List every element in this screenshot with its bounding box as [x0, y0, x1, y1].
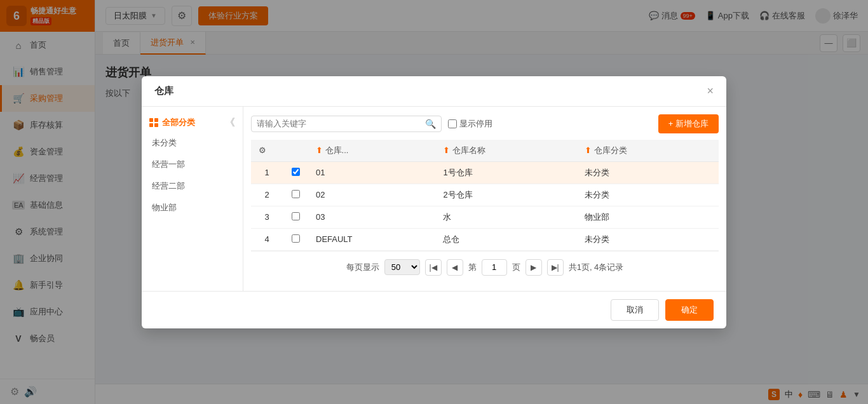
page-number-input[interactable]	[482, 259, 507, 276]
row-index: 3	[264, 212, 269, 222]
modal-body: 全部分类 《 未分类 经营一部 经营二部 物业部	[142, 107, 726, 291]
warehouse-table: ⚙ ⬆ 仓库... ⬆ 仓库名称 ⬆	[251, 140, 719, 251]
row-checkbox[interactable]	[292, 212, 300, 220]
pagination: 每页显示 50 100 200 |◀ ◀ 第 页 ▶ ▶| 共1页, 4条记录	[251, 251, 719, 283]
modal-close-button[interactable]: ×	[707, 85, 714, 97]
row-checkbox[interactable]	[292, 234, 300, 243]
table-body: 1011号仓库未分类2022号仓库未分类303水物业部4DEFAULT总仓未分类	[251, 161, 719, 250]
th-code[interactable]: ⬆ 仓库...	[308, 140, 435, 162]
row-name-cell: 水	[435, 206, 577, 228]
show-disabled-checkbox[interactable]	[448, 119, 457, 128]
cancel-button[interactable]: 取消	[611, 299, 659, 321]
warehouse-modal: 仓库 × 全部分类 《	[142, 76, 726, 328]
sort-icon-code: ⬆	[316, 145, 323, 155]
row-check-cell[interactable]	[283, 206, 308, 228]
row-actions-cell: 3	[251, 206, 283, 228]
page-size-select[interactable]: 50 100 200	[384, 259, 420, 275]
row-category-cell: 未分类	[577, 161, 719, 184]
sort-icon-name: ⬆	[443, 145, 450, 155]
search-input[interactable]	[257, 119, 425, 128]
show-disabled-toggle: 显示停用	[448, 118, 492, 130]
table-row[interactable]: 303水物业部	[251, 206, 719, 228]
row-index: 4	[264, 234, 269, 244]
modal-toolbar: 🔍 显示停用 + 新增仓库	[251, 114, 719, 133]
th-category[interactable]: ⬆ 仓库分类	[577, 140, 719, 162]
row-checkbox[interactable]	[292, 168, 300, 176]
row-check-cell[interactable]	[283, 161, 308, 184]
category-item-dept1[interactable]: 经营一部	[142, 154, 243, 175]
row-check-cell[interactable]	[283, 228, 308, 250]
category-item-dept2[interactable]: 经营二部	[142, 175, 243, 197]
category-header: 全部分类 《	[142, 113, 243, 132]
table-row[interactable]: 1011号仓库未分类	[251, 161, 719, 184]
row-checkbox[interactable]	[292, 190, 300, 198]
row-category-cell: 物业部	[577, 206, 719, 228]
content-panel: 🔍 显示停用 + 新增仓库 ⚙ ⬆	[243, 107, 726, 291]
first-page-btn[interactable]: |◀	[425, 259, 442, 276]
row-code-cell: 02	[308, 184, 435, 206]
category-collapse-btn[interactable]: 《	[225, 118, 235, 128]
search-icon[interactable]: 🔍	[425, 119, 436, 129]
row-name-cell: 2号仓库	[435, 184, 577, 206]
row-index: 2	[264, 190, 269, 199]
row-code-cell: DEFAULT	[308, 228, 435, 250]
grid-icon	[149, 118, 158, 127]
row-actions-cell: 4	[251, 228, 283, 250]
category-panel: 全部分类 《 未分类 经营一部 经营二部 物业部	[142, 107, 243, 291]
th-name[interactable]: ⬆ 仓库名称	[435, 140, 577, 162]
row-check-cell[interactable]	[283, 184, 308, 206]
row-actions-cell: 2	[251, 184, 283, 206]
sort-icon-cat: ⬆	[585, 145, 592, 155]
modal-title: 仓库	[154, 85, 173, 97]
next-page-btn[interactable]: ▶	[526, 259, 542, 276]
row-name-cell: 1号仓库	[435, 161, 577, 184]
table-header-row: ⚙ ⬆ 仓库... ⬆ 仓库名称 ⬆	[251, 140, 719, 162]
row-name-cell: 总仓	[435, 228, 577, 250]
row-index: 1	[264, 168, 269, 177]
modal-overlay: 仓库 × 全部分类 《	[0, 0, 868, 404]
category-item-dept3[interactable]: 物业部	[142, 197, 243, 219]
search-box: 🔍	[251, 116, 442, 132]
row-category-cell: 未分类	[577, 184, 719, 206]
row-code-cell: 01	[308, 161, 435, 184]
modal-footer: 取消 确定	[142, 291, 726, 328]
modal-header: 仓库 ×	[142, 76, 726, 107]
confirm-button[interactable]: 确定	[665, 299, 714, 321]
row-category-cell: 未分类	[577, 228, 719, 250]
row-actions-cell: 1	[251, 161, 283, 184]
category-all-item[interactable]: 全部分类	[149, 117, 195, 128]
th-check	[283, 140, 308, 162]
table-row[interactable]: 2022号仓库未分类	[251, 184, 719, 206]
category-item-none[interactable]: 未分类	[142, 132, 243, 154]
table-row[interactable]: 4DEFAULT总仓未分类	[251, 228, 719, 250]
th-gear[interactable]: ⚙	[251, 140, 283, 162]
row-code-cell: 03	[308, 206, 435, 228]
new-warehouse-button[interactable]: + 新增仓库	[658, 114, 719, 133]
last-page-btn[interactable]: ▶|	[547, 259, 564, 276]
prev-page-btn[interactable]: ◀	[447, 259, 463, 276]
